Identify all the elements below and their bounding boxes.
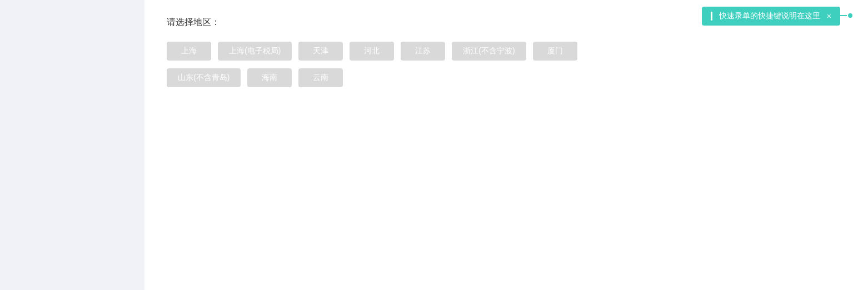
tooltip-line — [838, 15, 847, 16]
tooltip-dot — [847, 12, 854, 19]
region-button-r2-1[interactable]: 海南 — [247, 68, 292, 87]
region-button-4[interactable]: 江苏 — [401, 42, 445, 61]
tooltip-text: 快速录单的快捷键说明在这里 — [719, 11, 820, 21]
region-button-2[interactable]: 天津 — [298, 42, 343, 61]
main-content: 请选择地区： 上海上海(电子税局)天津河北江苏浙江(不含宁波)厦门 山东(不含青… — [144, 0, 868, 290]
tooltip-banner: 快速录单的快捷键说明在这里 × — [702, 7, 840, 26]
region-button-r2-2[interactable]: 云南 — [298, 68, 343, 87]
sidebar — [0, 0, 144, 290]
region-row-1: 上海上海(电子税局)天津河北江苏浙江(不含宁波)厦门 — [167, 42, 846, 61]
close-icon[interactable]: × — [827, 12, 831, 21]
region-button-0[interactable]: 上海 — [167, 42, 211, 61]
region-button-1[interactable]: 上海(电子税局) — [218, 42, 292, 61]
region-button-5[interactable]: 浙江(不含宁波) — [452, 42, 526, 61]
region-row-2: 山东(不含青岛)海南云南 — [167, 68, 846, 87]
region-button-6[interactable]: 厦门 — [533, 42, 577, 61]
region-button-3[interactable]: 河北 — [350, 42, 394, 61]
region-button-r2-0[interactable]: 山东(不含青岛) — [167, 68, 241, 87]
tooltip-bar — [711, 12, 712, 21]
